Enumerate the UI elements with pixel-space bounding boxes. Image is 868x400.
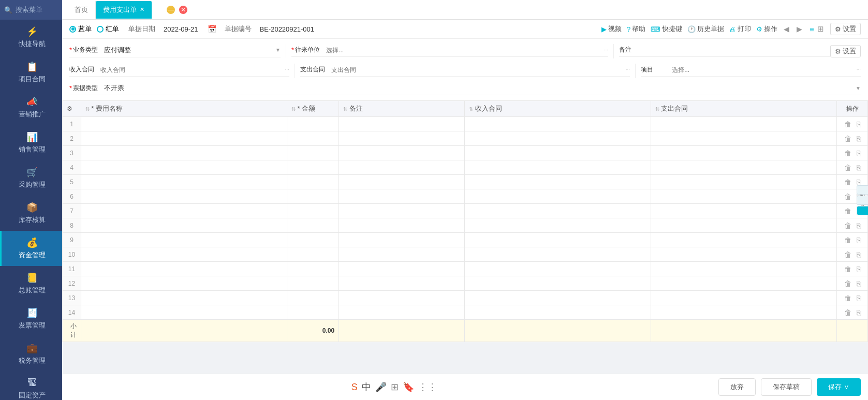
copy-row-button[interactable]: ⎘: [856, 265, 862, 273]
delete-row-button[interactable]: 🗑: [843, 265, 852, 273]
delete-row-button[interactable]: 🗑: [843, 135, 852, 143]
sidebar-item-capital[interactable]: 💰 资金管理: [0, 231, 62, 266]
income-contract-cell[interactable]: [465, 291, 651, 305]
next-record-arrow[interactable]: ▶: [796, 25, 803, 33]
tab-expense[interactable]: 费用支出单 ✕: [96, 1, 152, 19]
remark-cell[interactable]: [339, 131, 465, 146]
expense-contract-cell[interactable]: [651, 291, 836, 305]
remark-cell[interactable]: [339, 160, 465, 175]
remark-cell[interactable]: [339, 117, 465, 131]
expense-name-cell[interactable]: [81, 146, 287, 160]
remark-cell[interactable]: [339, 276, 465, 291]
expense-contract-cell[interactable]: [651, 131, 836, 146]
voice-icon[interactable]: 🎤: [375, 381, 387, 393]
biz-type-value[interactable]: 应付调整 ▼: [104, 46, 281, 55]
partner-value[interactable]: ···: [326, 47, 608, 54]
sidebar-item-project-contract[interactable]: 📋 项目合同: [0, 55, 62, 90]
tab-home[interactable]: 首页: [67, 1, 96, 19]
delete-row-button[interactable]: 🗑: [843, 279, 852, 288]
amount-cell[interactable]: [287, 204, 339, 218]
amount-cell[interactable]: [287, 189, 339, 204]
income-contract-cell[interactable]: [465, 117, 651, 131]
expense-name-cell[interactable]: [81, 291, 287, 305]
sidebar-item-tax[interactable]: 💼 税务管理: [0, 336, 62, 372]
copy-row-button[interactable]: ⎘: [856, 149, 862, 157]
expense-name-cell[interactable]: [81, 131, 287, 146]
delete-row-button[interactable]: 🗑: [843, 120, 852, 128]
expense-name-cell[interactable]: [81, 160, 287, 175]
tab-close-icon[interactable]: ✕: [140, 6, 144, 13]
expense-contract-cell[interactable]: [651, 305, 836, 320]
expense-contract-cell[interactable]: [651, 233, 836, 247]
expense-contract-cell[interactable]: [651, 218, 836, 233]
expense-contract-value[interactable]: ···: [331, 66, 630, 73]
expense-name-cell[interactable]: [81, 175, 287, 189]
print-action[interactable]: 🖨 打印: [729, 24, 751, 34]
invoice-type-value[interactable]: 不开票 ▼: [104, 83, 861, 93]
income-contract-cell[interactable]: [465, 247, 651, 262]
sidebar-item-ledger[interactable]: 📒 总账管理: [0, 266, 62, 301]
sidebar-search[interactable]: 🔍 搜索菜单: [0, 0, 62, 20]
sidebar-item-inventory[interactable]: 📦 库存核算: [0, 196, 62, 231]
delete-row-button[interactable]: 🗑: [843, 149, 852, 157]
remark-cell[interactable]: [339, 218, 465, 233]
amount-cell[interactable]: [287, 160, 339, 175]
remark-cell[interactable]: [339, 233, 465, 247]
amount-cell[interactable]: [287, 218, 339, 233]
expense-contract-cell[interactable]: [651, 262, 836, 276]
discard-button[interactable]: 放弃: [718, 378, 756, 396]
single-no-value[interactable]: BE-20220921-001: [260, 25, 315, 33]
delete-row-button[interactable]: 🗑: [843, 294, 852, 302]
expense-contract-cell[interactable]: [651, 247, 836, 262]
delete-row-button[interactable]: 🗑: [843, 207, 852, 215]
copy-row-button[interactable]: ⎘: [856, 294, 862, 302]
sort-icon[interactable]: ⇅: [85, 106, 90, 112]
amount-cell[interactable]: [287, 233, 339, 247]
delete-row-button[interactable]: 🗑: [843, 236, 852, 244]
sort-icon-5[interactable]: ⇅: [655, 106, 659, 112]
red-single-radio[interactable]: 红单: [97, 24, 119, 34]
form-settings-button[interactable]: ⚙ 设置: [830, 45, 861, 57]
copy-row-button[interactable]: ⎘: [856, 279, 862, 288]
expense-name-cell[interactable]: [81, 247, 287, 262]
remark-cell[interactable]: [339, 146, 465, 160]
help-action[interactable]: ? 帮助: [627, 24, 645, 34]
save-button[interactable]: 保存 ∨: [817, 378, 861, 396]
sidebar-item-sales[interactable]: 📊 销售管理: [0, 125, 62, 160]
income-contract-cell[interactable]: [465, 189, 651, 204]
delete-row-button[interactable]: 🗑: [843, 178, 852, 186]
income-contract-cell[interactable]: [465, 146, 651, 160]
amount-cell[interactable]: [287, 276, 339, 291]
remark-cell[interactable]: [339, 247, 465, 262]
edit-date-value[interactable]: 2022-09-21: [164, 25, 198, 33]
right-panel-item-1[interactable]: 附: [857, 185, 868, 195]
expense-contract-input[interactable]: [331, 66, 624, 73]
amount-cell[interactable]: [287, 305, 339, 320]
expense-contract-cell[interactable]: [651, 189, 836, 204]
shortcuts-action[interactable]: ⌨ 快捷键: [651, 24, 682, 34]
dots-icon[interactable]: ⋮⋮: [418, 381, 437, 393]
income-contract-cell[interactable]: [465, 131, 651, 146]
amount-cell[interactable]: [287, 175, 339, 189]
income-contract-cell[interactable]: [465, 204, 651, 218]
grid-view-btn[interactable]: ⊞: [816, 23, 825, 35]
close-button[interactable]: ✕: [179, 6, 187, 14]
amount-cell[interactable]: [287, 117, 339, 131]
blue-single-radio[interactable]: 蓝单: [69, 24, 92, 34]
remark-input[interactable]: [650, 47, 830, 54]
amount-cell[interactable]: [287, 131, 339, 146]
copy-row-button[interactable]: ⎘: [856, 236, 862, 244]
income-contract-value[interactable]: ···: [100, 66, 289, 73]
remark-cell[interactable]: [339, 189, 465, 204]
expense-name-cell[interactable]: [81, 262, 287, 276]
sort-icon-4[interactable]: ⇅: [469, 106, 473, 112]
income-contract-cell[interactable]: [465, 262, 651, 276]
expense-name-cell[interactable]: [81, 276, 287, 291]
expense-contract-cell[interactable]: [651, 160, 836, 175]
expense-name-cell[interactable]: [81, 204, 287, 218]
sort-icon-2[interactable]: ⇅: [291, 106, 296, 112]
right-panel-item-3[interactable]: [857, 206, 868, 215]
sort-icon-3[interactable]: ⇅: [343, 106, 347, 112]
sidebar-item-marketing[interactable]: 📣 营销推广: [0, 90, 62, 125]
delete-row-button[interactable]: 🗑: [843, 250, 852, 259]
